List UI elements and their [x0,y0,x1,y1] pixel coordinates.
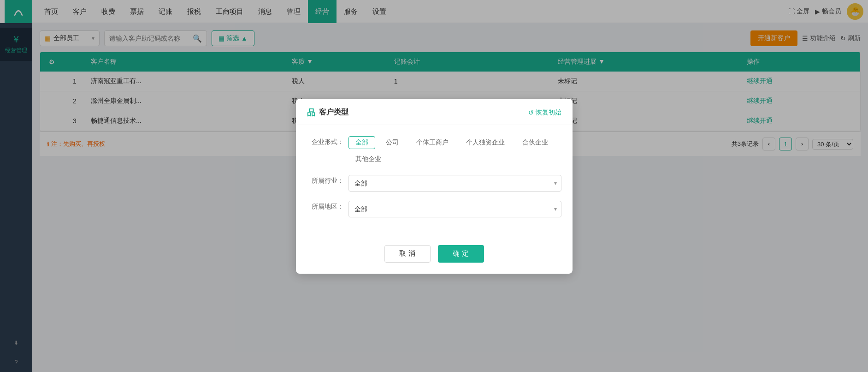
enterprise-form-row: 企业形式： 全部 公司 个体工商户 个人独资企业 合伙企业 其他企业 [307,136,561,166]
enterprise-tag-sole[interactable]: 个人独资企业 [459,136,512,149]
industry-form-row: 所属行业： 全部 制造业 服务业 零售业 其他 ▾ [307,175,561,192]
enterprise-tag-company[interactable]: 公司 [379,136,406,149]
industry-select-wrapper: 全部 制造业 服务业 零售业 其他 ▾ [348,175,561,192]
reset-icon: ↺ [528,109,534,116]
enterprise-tag-all[interactable]: 全部 [348,136,375,149]
dialog-footer: 取 消 确 定 [296,238,573,274]
industry-select[interactable]: 全部 制造业 服务业 零售业 其他 [348,175,561,192]
modal-overlay: 品 客户类型 ↺ 恢复初始 企业形式： 全部 公司 个体工商户 个人独资企业 合… [0,0,868,372]
enterprise-tag-partnership[interactable]: 合伙企业 [515,136,555,149]
dialog-title-icon: 品 [307,107,315,118]
region-content: 全部 山东 安徽 北京 上海 ▾ [348,201,561,217]
dialog-body: 企业形式： 全部 公司 个体工商户 个人独资企业 合伙企业 其他企业 所属行业： [296,125,573,238]
customer-type-dialog: 品 客户类型 ↺ 恢复初始 企业形式： 全部 公司 个体工商户 个人独资企业 合… [296,99,573,274]
industry-label: 所属行业： [307,175,344,185]
enterprise-tags: 全部 公司 个体工商户 个人独资企业 合伙企业 其他企业 [348,136,561,166]
industry-content: 全部 制造业 服务业 零售业 其他 ▾ [348,175,561,192]
cancel-button[interactable]: 取 消 [384,245,431,263]
dialog-header: 品 客户类型 ↺ 恢复初始 [296,99,573,125]
enterprise-form-options: 全部 公司 个体工商户 个人独资企业 合伙企业 其他企业 [348,136,561,166]
dialog-title: 品 客户类型 [307,107,348,118]
region-select[interactable]: 全部 山东 安徽 北京 上海 [348,201,561,217]
dialog-reset-button[interactable]: ↺ 恢复初始 [528,108,561,117]
enterprise-tag-individual[interactable]: 个体工商户 [409,136,455,149]
enterprise-form-label: 企业形式： [307,136,344,146]
confirm-button[interactable]: 确 定 [438,245,484,263]
region-form-row: 所属地区： 全部 山东 安徽 北京 上海 ▾ [307,201,561,217]
region-label: 所属地区： [307,201,344,211]
region-select-wrapper: 全部 山东 安徽 北京 上海 ▾ [348,201,561,217]
enterprise-tag-other[interactable]: 其他企业 [348,153,388,166]
